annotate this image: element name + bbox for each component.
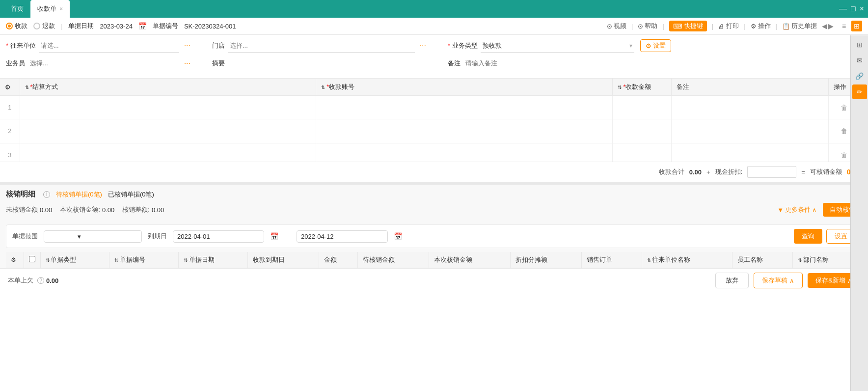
close-tab-icon[interactable]: × [59,5,63,12]
col-settings[interactable]: ⚙ [0,79,20,96]
current-label: 本次核销金额: [60,205,100,214]
wt-col-settings[interactable]: ⚙ [6,252,24,268]
amount-cell-3[interactable] [613,143,672,162]
remark-cell-1[interactable] [672,96,829,119]
window-controls: — □ × [839,4,864,13]
counterpart-more-icon[interactable]: ··· [182,41,192,50]
settlement-cell-3[interactable] [20,143,316,162]
close-button[interactable]: × [860,4,864,13]
date-from-input[interactable] [173,230,264,243]
range-label: 单据范围 [12,232,38,241]
salesperson-input[interactable] [28,56,179,70]
query-button[interactable]: 查询 [794,229,822,244]
remark-cell-2[interactable] [672,119,829,143]
store-field: 门店 ··· [212,39,428,53]
unclaimed-value: 0.00 [40,206,52,214]
done-tab[interactable]: 已核销单据(0笔) [108,190,154,199]
wt-col-current: 本次核销金额 [429,252,511,268]
sidebar-table-icon[interactable]: ⊞ [852,37,867,52]
footer-info: 本单上欠 ? 0.00 [8,276,58,285]
date-from-calendar-icon[interactable]: 📅 [270,232,278,240]
salesperson-more-icon[interactable]: ··· [182,59,192,68]
range-select[interactable]: ▾ [44,230,142,243]
more-conditions-link[interactable]: ▼ 更多条件 ∧ [777,205,817,214]
amount-cell-1[interactable] [613,96,672,119]
sidebar-mail-icon[interactable]: ✉ [852,53,867,68]
wt-col-date: ⇅ 单据日期 [179,252,248,268]
sidebar-edit-icon[interactable]: ✏ [852,84,867,99]
salesperson-label: 业务员 [6,59,25,68]
balance-label: 本单上欠 [8,276,33,285]
main-content: 收款 退款 | 单据日期 2023-03-24 📅 单据编号 SK-202303… [0,18,868,391]
business-type-select[interactable]: 预收款 ▾ [481,39,634,53]
footer-bar: 本单上欠 ? 0.00 放弃 保存草稿 ∧ 保存&新增 ∧ [0,268,868,292]
tab-receipt[interactable]: 收款单 × [30,0,70,18]
date-to-calendar-icon[interactable]: 📅 [394,232,402,240]
grid-view-icon[interactable]: ⊞ [851,21,862,31]
col-account-header: ⇅ *收款账号 [316,79,613,96]
print-link[interactable]: 🖨 打印 [718,22,739,30]
discount-input[interactable] [747,166,796,178]
col-amount-header: ⇅ *收款金额 [613,79,672,96]
prev-arrow[interactable]: ◀ [822,22,827,30]
operation-link[interactable]: ⚙ 操作 [751,22,771,30]
writeoff-filter-fields: 单据范围 ▾ 到期日 📅 — 📅 查询 设置 [6,224,862,248]
summary-label: 摘要 [212,59,225,68]
account-cell-3[interactable] [316,143,613,162]
next-arrow[interactable]: ▶ [828,22,834,30]
business-type-label: 业务类型 [448,41,478,50]
remark-field: 备注 [448,56,862,70]
maximize-button[interactable]: □ [851,4,856,13]
delete-row-2[interactable]: 🗑 [841,127,847,135]
current-stat: 本次核销金额: 0.00 [60,205,114,214]
radio-receipt[interactable]: 收款 [6,22,27,30]
store-more-icon[interactable]: ··· [418,41,428,50]
settings-button[interactable]: ⚙ 设置 [640,39,671,52]
remark-cell-3[interactable] [672,143,829,162]
date-to-input[interactable] [297,230,388,243]
wt-col-type: ⇅ 单据类型 [40,252,109,268]
wt-col-due-date: 收款到期日 [248,252,319,268]
delete-row-3[interactable]: 🗑 [841,151,847,159]
toolbar-row: 收款 退款 | 单据日期 2023-03-24 📅 单据编号 SK-202303… [0,18,868,35]
draft-button[interactable]: 保存草稿 ∧ [754,273,803,288]
amount-cell-2[interactable] [613,119,672,143]
video-link[interactable]: ⊙ 视频 [607,22,626,30]
radio-refund[interactable]: 退款 [33,22,55,30]
history-link[interactable]: 📋 历史单据 [782,22,817,30]
writeoff-table-container: ⚙ ⇅ 单据类型 ⇅ 单据编号 ⇅ 单据日期 收款到期日 金额 待核销金额 本次… [6,252,862,268]
minimize-button[interactable]: — [839,4,847,13]
radio-dot-receipt [6,23,13,29]
remark-input[interactable] [463,56,862,70]
pending-tab[interactable]: 待核销单据(0笔) [56,190,102,199]
summary-row: 收款合计 0.00 + 现金折扣: = 可核销金额 0.00 [0,162,868,182]
help-link[interactable]: ⊙ 帮助 [638,22,657,30]
number-label: 单据编号 [153,22,178,30]
receipt-table-section: ⚙ ⇅ *结算方式 ⇅ *收款账号 ⇅ *收款金额 备注 操作 1 [0,78,868,162]
writeoff-info-icon[interactable]: i [43,191,50,198]
settlement-cell-2[interactable] [20,119,316,143]
delete-row-1[interactable]: 🗑 [841,104,847,112]
writeoff-section: 核销明细 i 待核销单据(0笔) 已核销单据(0笔) 未核销金额 0.00 本次… [0,182,868,268]
diff-label: 核销差额: [122,205,150,214]
account-cell-2[interactable] [316,119,613,143]
writeoff-table: ⚙ ⇅ 单据类型 ⇅ 单据编号 ⇅ 单据日期 收款到期日 金额 待核销金额 本次… [6,252,862,268]
tab-home[interactable]: 首页 [4,0,30,18]
form-area: 往来单位 ··· 门店 ··· 业务类型 预收款 ▾ ⚙ [0,35,868,78]
sidebar-link-icon[interactable]: 🔗 [852,69,867,84]
list-view-icon[interactable]: ≡ [839,21,849,31]
wt-col-checkbox[interactable] [24,252,40,268]
wt-col-amount: 金额 [319,252,357,268]
discount-label: 现金折扣: [715,168,743,176]
shortcut-link[interactable]: ⌨ 快捷键 [669,21,707,31]
summary-input[interactable] [228,56,428,70]
unclaimed-label: 未核销金额 [6,205,38,214]
balance-info-icon[interactable]: ? [37,277,44,284]
counterpart-input[interactable] [39,39,179,53]
store-input[interactable] [228,39,415,53]
writeoff-filter-row: ▼ 更多条件 ∧ 自动核销 [777,203,862,217]
abandon-button[interactable]: 放弃 [715,273,749,288]
date-calendar-icon[interactable]: 📅 [138,22,147,30]
settlement-cell-1[interactable] [20,96,316,119]
account-cell-1[interactable] [316,96,613,119]
